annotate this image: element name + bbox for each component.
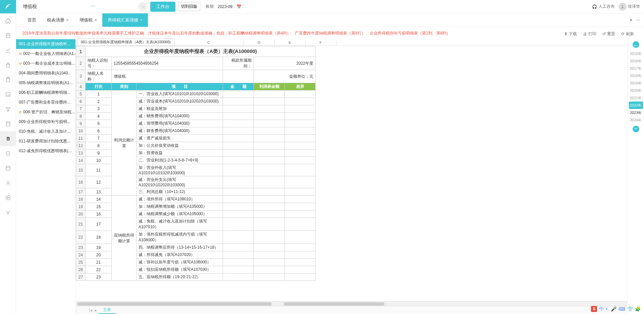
reset-button[interactable]: ↺重置 (602, 31, 615, 37)
scroll-down-icon[interactable]: ︾ (633, 126, 639, 132)
amount-cell[interactable] (223, 164, 254, 176)
pl-cell[interactable] (254, 127, 285, 135)
amount-cell[interactable] (223, 105, 254, 113)
diff-cell[interactable] (285, 188, 316, 196)
pl-cell[interactable] (254, 210, 285, 218)
user-menu[interactable]: 徐泽华 (619, 3, 640, 11)
close-icon[interactable]: × (66, 18, 69, 22)
value-cell[interactable]: 增值税 (112, 70, 223, 83)
ime-keyboard-icon[interactable]: ⌨ (619, 306, 625, 312)
tab-首页[interactable]: 首页 (22, 13, 42, 27)
tabs-more-icon[interactable]: ⋯ (636, 18, 640, 22)
year-2024年[interactable]: 2024年 (629, 116, 643, 124)
tree-item[interactable]: ⊘002-一般企业收入明细表(A1... (16, 49, 75, 59)
sheet-nav-first-icon[interactable]: |◂ (89, 308, 92, 313)
pl-cell[interactable] (254, 266, 285, 273)
diff-cell[interactable] (285, 135, 316, 142)
menu-circle-icon[interactable] (138, 2, 148, 11)
amount-cell[interactable] (223, 98, 254, 105)
pl-cell[interactable] (254, 244, 285, 251)
pl-cell[interactable] (254, 113, 285, 120)
pl-cell[interactable] (254, 120, 285, 127)
amount-cell[interactable] (223, 266, 254, 273)
nav-play-icon[interactable] (0, 190, 16, 205)
amount-cell[interactable] (223, 90, 254, 98)
tree-item[interactable]: 007-广告费和业务宣传费跨... (16, 98, 75, 107)
amount-cell[interactable] (223, 218, 254, 231)
calendar-icon[interactable]: 📅 (236, 4, 241, 9)
pl-cell[interactable] (254, 188, 285, 196)
amount-cell[interactable] (223, 196, 254, 203)
diff-cell[interactable] (285, 105, 316, 113)
year-2021年[interactable]: 2021年 (629, 94, 643, 102)
consult-button[interactable]: 🎧 人工咨询 (592, 4, 614, 9)
year-2019年[interactable]: 2019年 (629, 79, 643, 87)
diff-cell[interactable] (285, 244, 316, 251)
close-icon[interactable]: × (95, 18, 97, 22)
nav-link-icon[interactable] (0, 146, 16, 161)
pl-cell[interactable] (254, 98, 285, 105)
scroll-up-icon[interactable]: ︽ (633, 41, 639, 48)
ime-logo-icon[interactable]: S (591, 306, 597, 312)
tab-增值税[interactable]: 增值税× (74, 13, 102, 27)
close-icon[interactable]: × (140, 18, 143, 22)
diff-cell[interactable] (285, 259, 316, 266)
amount-cell[interactable] (223, 203, 254, 210)
ime-skin-icon[interactable]: 👕 (627, 306, 633, 312)
workspace-button[interactable]: 工作台 (150, 2, 175, 12)
pl-cell[interactable] (254, 203, 285, 210)
tree-item[interactable]: 005-纳税调整项目明细表(A1... (16, 78, 75, 88)
tree-item[interactable]: 009-企业所得税弥补亏损明... (16, 117, 75, 127)
diff-cell[interactable] (285, 164, 316, 176)
tree-item[interactable]: 006-职工薪酬纳税调整明细... (16, 88, 75, 98)
amount-cell[interactable] (223, 244, 254, 251)
nav-settings-icon[interactable] (0, 176, 16, 190)
ime-mic-icon[interactable]: 🎤 (611, 306, 616, 312)
diff-cell[interactable] (285, 113, 316, 120)
amount-cell[interactable] (223, 149, 254, 157)
nav-report-icon[interactable] (0, 87, 16, 102)
grid[interactable]: 1企业所得税年度纳税申报表（A类）主表(A100000) 2 纳税人识别号： 1… (76, 46, 627, 301)
year-2016年[interactable]: 2016年 (629, 57, 643, 65)
sheet-tab[interactable]: 001-企业所得税年度纳税申报表（A类）主表(A100000) (77, 38, 174, 46)
year-2023年[interactable]: 2023年 (629, 109, 643, 116)
diff-cell[interactable] (285, 142, 316, 149)
pl-cell[interactable] (254, 176, 285, 188)
tree-item[interactable]: ⊘008-资产折旧、摊销及纳税... (16, 107, 75, 117)
year-2022年[interactable]: 2022年 (629, 102, 643, 109)
nav-v-icon[interactable] (0, 205, 16, 220)
pl-cell[interactable] (254, 157, 285, 164)
diff-cell[interactable] (285, 218, 316, 231)
pl-cell[interactable] (254, 218, 285, 231)
diff-cell[interactable] (285, 120, 316, 127)
diff-cell[interactable] (285, 231, 316, 244)
amount-cell[interactable] (223, 135, 254, 142)
amount-cell[interactable] (223, 142, 254, 149)
diff-cell[interactable] (285, 98, 316, 105)
ime-tool-icon[interactable]: 🧩 (635, 306, 641, 312)
pl-cell[interactable] (254, 273, 285, 281)
pl-cell[interactable] (254, 164, 285, 176)
tree-item[interactable]: 012-减免所得税优惠明细表(... (16, 146, 75, 156)
pl-cell[interactable] (254, 196, 285, 203)
pl-cell[interactable] (254, 142, 285, 149)
amount-cell[interactable] (223, 259, 254, 266)
diff-cell[interactable] (285, 176, 316, 188)
nav-clipboard-icon[interactable] (0, 72, 16, 87)
diff-cell[interactable] (285, 203, 316, 210)
nav-chart-icon[interactable] (0, 43, 16, 58)
nav-home-icon[interactable] (0, 13, 16, 28)
switch-old-button[interactable]: 切到旧版 (178, 2, 200, 11)
amount-cell[interactable] (223, 127, 254, 135)
amount-cell[interactable] (223, 120, 254, 127)
tree-item[interactable]: 011-研发费用加计扣除优惠... (16, 136, 75, 146)
collapse-handle[interactable]: ‹ (75, 138, 79, 152)
diff-cell[interactable] (285, 149, 316, 157)
tab-税表清册[interactable]: 税表清册× (42, 13, 74, 27)
close-all-icon[interactable]: ✕ (629, 18, 633, 22)
diff-cell[interactable] (285, 196, 316, 203)
h-scrollbar[interactable] (76, 301, 627, 306)
year-2017年[interactable]: 2017年 (629, 65, 643, 72)
tree-item[interactable]: 001-企业所得税年度纳税申... (16, 39, 75, 49)
pl-cell[interactable] (254, 90, 285, 98)
